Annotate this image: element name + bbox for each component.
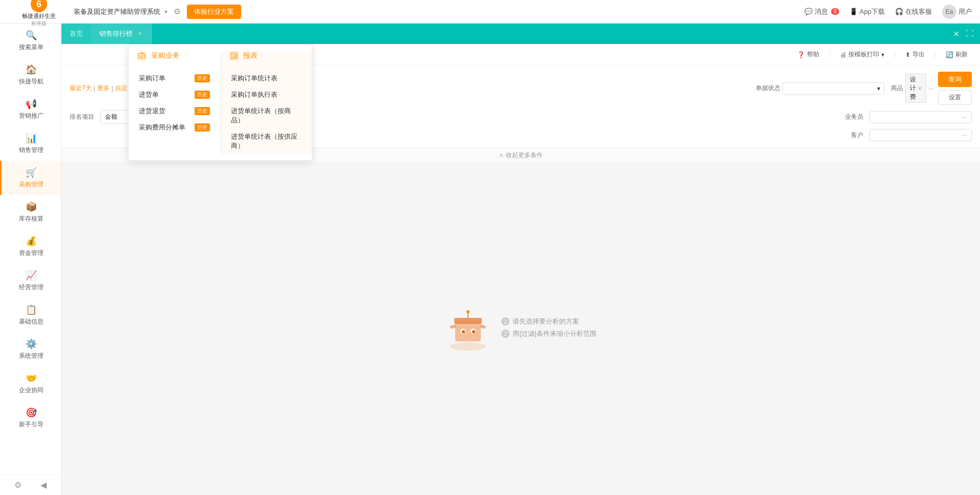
- help-btn[interactable]: ❓ 帮助: [793, 48, 823, 61]
- sidebar-item-basicinfo[interactable]: 📋 基础信息: [0, 298, 61, 332]
- doc-status-label: 单据状态: [756, 84, 780, 93]
- empty-state: 1 请先选择要分析的方案 2 用[过滤]条件来缩小分析范围: [61, 163, 980, 495]
- app-title: 畅捷通好生意: [22, 12, 56, 20]
- sidebar-item-label-search: 搜索菜单: [19, 43, 44, 52]
- sidebar-item-finance[interactable]: 💰 资金管理: [0, 229, 61, 264]
- menu-item-return[interactable]: 进货退货 历史: [137, 103, 212, 119]
- product-dots[interactable]: ···: [928, 84, 934, 92]
- query-button[interactable]: 查询: [938, 72, 972, 87]
- tab-sales-ranking[interactable]: 销售排行榜 ×: [91, 24, 152, 44]
- sidebar-bottom: ⚙ ◀: [0, 475, 61, 495]
- header-right: 💬 消息 9 📱 App下载 🎧 在线客服 Ea 用户: [804, 5, 972, 19]
- system-settings-icon[interactable]: ⚙: [174, 7, 181, 16]
- product-filter: 商品 设计费 × ···: [891, 74, 932, 103]
- report-column-title: 报表: [243, 51, 258, 60]
- doc-status-dropdown-icon: ▾: [877, 85, 880, 92]
- sidebar-item-search[interactable]: 🔍 搜索菜单: [0, 24, 61, 58]
- user-action[interactable]: Ea 用户: [942, 5, 972, 19]
- sidebar-item-label-purchase: 采购管理: [19, 180, 44, 189]
- sidebar-item-label-marketing: 营销推广: [19, 112, 44, 120]
- order-exec-label: 采购订单执行表: [231, 90, 278, 99]
- top-header: 6 畅捷通好生意 标准版 装备及固定资产辅助管理系统 ▾ ⚙ 体验行业方案 💬 …: [0, 0, 980, 24]
- phone-icon: 📱: [849, 8, 858, 15]
- cost-allocation-label: 采购费用分摊单: [139, 123, 185, 132]
- sidebar-item-operations[interactable]: 📈 经营管理: [0, 264, 61, 298]
- online-service-action[interactable]: 🎧 在线客服: [895, 7, 932, 16]
- message-action[interactable]: 💬 消息 9: [804, 7, 839, 16]
- tab-sales-ranking-label: 销售排行榜: [99, 29, 133, 38]
- collapse-label: 收起更多条件: [506, 152, 543, 159]
- sidebar-item-marketing[interactable]: 📢 营销推广: [0, 92, 61, 126]
- step1-text: 请先选择要分析的方案: [513, 317, 579, 326]
- sidebar-item-inventory[interactable]: 📦 库存核算: [0, 195, 61, 229]
- export-btn[interactable]: ⬆ 导出: [901, 48, 929, 61]
- order-stats-label: 采购订单统计表: [231, 74, 278, 83]
- date-more[interactable]: 更多: [97, 84, 110, 93]
- inbound-history: 历史: [195, 91, 210, 99]
- industry-btn[interactable]: 体验行业方案: [187, 5, 241, 19]
- customer-dots: ···: [962, 132, 967, 139]
- report-svg-icon: [230, 52, 238, 59]
- date-7days[interactable]: 最近7天: [70, 84, 92, 93]
- system-icon: ⚙️: [26, 338, 37, 350]
- sidebar-item-system[interactable]: ⚙️ 系统管理: [0, 332, 61, 367]
- export-label: 导出: [912, 50, 925, 59]
- inventory-icon: 📦: [26, 201, 37, 212]
- avatar: Ea: [942, 5, 956, 19]
- product-tag-close[interactable]: ×: [918, 85, 922, 92]
- print-template-btn[interactable]: 🖨 按模板打印 ▾: [836, 48, 888, 61]
- tab-bar: 首页 销售排行榜 × ✕ ⛶: [61, 24, 980, 44]
- sidebar-settings-icon[interactable]: ⚙: [14, 480, 22, 490]
- step2-text: 用[过滤]条件来缩小分析范围: [513, 329, 596, 338]
- tab-close-icon[interactable]: ×: [136, 30, 144, 38]
- app-download-label: App下载: [860, 7, 885, 16]
- sidebar-item-sales[interactable]: 📊 销售管理: [0, 126, 61, 161]
- menu-item-cost-allocation[interactable]: 采购费用分摊单 历史: [137, 119, 212, 136]
- online-service-label: 在线客服: [905, 7, 932, 16]
- menu-item-inbound[interactable]: 进货单 历史: [137, 87, 212, 103]
- sidebar-item-nav[interactable]: 🏠 快捷导航: [0, 58, 61, 92]
- system-title-area: 装备及固定资产辅助管理系统 ▾ ⚙: [74, 7, 181, 16]
- menu-item-order-exec[interactable]: 采购订单执行表: [229, 87, 304, 103]
- app-subtitle: 标准版: [31, 20, 47, 27]
- sidebar-item-label-system: 系统管理: [19, 352, 44, 360]
- sidebar-item-purchase[interactable]: 🛒 采购管理: [0, 161, 61, 195]
- system-dropdown-icon[interactable]: ▾: [164, 8, 167, 15]
- app-download-action[interactable]: 📱 App下载: [849, 7, 885, 16]
- customer-select[interactable]: ···: [869, 129, 972, 141]
- menu-item-order-stats[interactable]: 采购订单统计表: [229, 70, 304, 87]
- svg-point-8: [466, 310, 470, 313]
- tab-maximize-icon[interactable]: ⛶: [964, 27, 976, 40]
- set-button[interactable]: 设置: [938, 90, 972, 105]
- doc-status-select[interactable]: ▾: [782, 82, 885, 95]
- empty-text: 1 请先选择要分析的方案 2 用[过滤]条件来缩小分析范围: [501, 317, 596, 341]
- salesperson-select[interactable]: ···: [869, 111, 972, 123]
- return-history: 历史: [195, 107, 210, 115]
- refresh-btn[interactable]: 🔄 刷新: [942, 48, 972, 61]
- sidebar-item-cooperation[interactable]: 🤝 企业协同: [0, 367, 61, 401]
- menu-item-inbound-stats-supplier[interactable]: 进货单统计表（按供应商）: [229, 128, 304, 154]
- message-label: 消息: [815, 7, 828, 16]
- sidebar-item-label-basicinfo: 基础信息: [19, 317, 44, 326]
- sidebar-item-guide[interactable]: 🎯 新手引导: [0, 401, 61, 435]
- purchase-business-column: 采购业务 采购订单 历史 进货单 历史 进货退货 历史 采购费用分摊单 历史: [129, 51, 220, 154]
- help-label: 帮助: [807, 50, 819, 59]
- divider-2: [894, 51, 895, 58]
- step1-num: 1: [501, 317, 509, 326]
- avatar-text: Ea: [946, 8, 953, 15]
- collapse-icon: ∧: [499, 152, 504, 159]
- sidebar-item-label-finance: 资金管理: [19, 249, 44, 257]
- product-tag: 设计费 ×: [905, 74, 926, 103]
- sidebar-collapse-icon[interactable]: ◀: [40, 480, 47, 490]
- user-label: 用户: [958, 7, 972, 16]
- purchase-icon: 🛒: [26, 167, 37, 178]
- search-menu-icon: 🔍: [26, 30, 37, 41]
- menu-item-purchase-order[interactable]: 采购订单 历史: [137, 70, 212, 87]
- return-label: 进货退货: [139, 106, 165, 116]
- menu-item-inbound-stats-product[interactable]: 进货单统计表（按商品）: [229, 103, 304, 128]
- inbound-stats-supplier-label: 进货单统计表（按供应商）: [231, 132, 302, 150]
- purchase-svg-icon: [138, 52, 145, 59]
- tab-close-all-icon[interactable]: ✕: [951, 27, 962, 41]
- sales-icon: 📊: [26, 133, 37, 144]
- purchase-column-header: 采购业务: [137, 51, 212, 64]
